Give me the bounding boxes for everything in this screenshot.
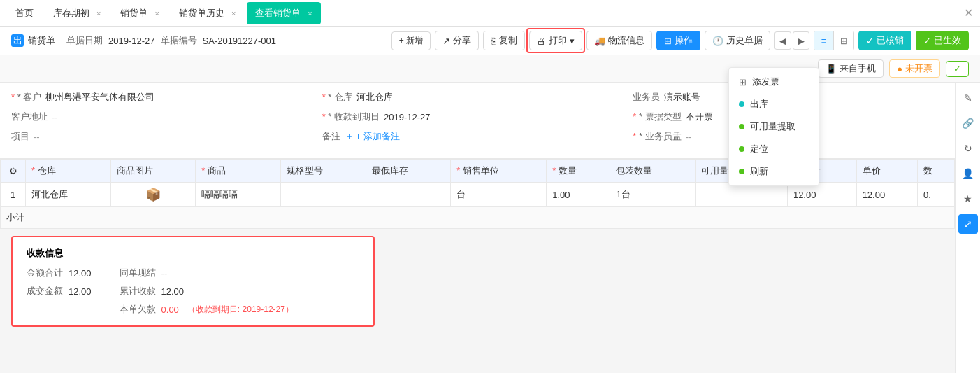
available-qty-label: 可用量提取 — [750, 120, 795, 133]
tab-sales[interactable]: 销货单 × — [112, 2, 167, 24]
action-bar2: 📱 来自手机 ● 未开票 ✓ — [0, 55, 980, 83]
number-value: SA-20191227-001 — [203, 36, 277, 46]
same-order-row: 同单现结 -- — [120, 267, 294, 279]
dropdown-add-invoice[interactable]: ⊞ 添发票 — [729, 71, 819, 93]
same-order-label: 同单现结 — [120, 267, 156, 279]
grid-icon: ⊞ — [664, 36, 672, 46]
from-phone-button[interactable]: 📱 来自手机 — [818, 59, 884, 78]
spec-column-header: 规格型号 — [280, 160, 366, 183]
cumulative-value: 12.00 — [161, 286, 185, 297]
row-warehouse: 河北仓库 — [26, 183, 111, 207]
history-button[interactable]: 🕐 历史单据 — [705, 31, 770, 50]
total-amount-row: 金额合计 12.00 — [27, 267, 92, 279]
total-amount-value: 12.00 — [69, 268, 92, 279]
row-product: 嗝嗝嗝嗝 — [196, 183, 281, 207]
share-button[interactable]: ↗ 分享 — [435, 31, 479, 50]
locate-dot-icon — [739, 146, 744, 152]
cancel-button[interactable]: ✓ 已核销 — [858, 31, 911, 50]
project-field: 项目 -- — [11, 130, 322, 143]
print-area: 🖨 打印 ▾ — [529, 31, 582, 50]
deal-amount-label: 成交金额 — [27, 285, 63, 297]
cumulative-row: 累计收款 12.00 — [120, 285, 294, 297]
image-column-header: 商品图片 — [110, 160, 196, 183]
unit-price-column-header: 单价 — [856, 160, 917, 183]
extra-column-header: 数 — [918, 160, 955, 183]
logistics-button[interactable]: 🚚 物流信息 — [586, 31, 652, 50]
warehouse-value: 河北仓库 — [356, 91, 393, 104]
effective-icon: ✓ — [923, 36, 931, 46]
tab-history[interactable]: 销货单历史 × — [171, 2, 244, 24]
tab-sales-close[interactable]: × — [154, 9, 159, 17]
print-icon: 🖨 — [537, 36, 546, 46]
operate-button[interactable]: ⊞ 操作 — [656, 31, 700, 50]
edit-sidebar-icon[interactable]: ✎ — [958, 88, 978, 108]
gear-icon[interactable]: ⚙ — [9, 166, 17, 176]
new-button[interactable]: + 新增 — [391, 31, 431, 50]
effective-button[interactable]: ✓ 已生效 — [916, 31, 969, 50]
next-button[interactable]: ▶ — [793, 31, 809, 50]
copy-button[interactable]: ⎘ 复制 — [483, 31, 525, 50]
date-value: 2019-12-27 — [108, 36, 155, 46]
dropdown-outbound[interactable]: 出库 — [729, 93, 819, 115]
nav-arrows: ◀ ▶ — [774, 31, 809, 50]
add-note-button[interactable]: ＋ + 添加备注 — [345, 130, 400, 143]
user-sidebar-icon[interactable]: 👤 — [958, 164, 978, 183]
ticket-icon: ● — [897, 64, 902, 74]
check-reconcile-button[interactable]: ✓ — [946, 61, 969, 77]
qty-column-header: * 数量 — [547, 160, 610, 183]
unit-column-header: * 销售单位 — [451, 160, 547, 183]
doc-header: 出 销货单 单据日期 2019-12-27 单据编号 SA-20191227-0… — [0, 27, 980, 55]
tab-inventory[interactable]: 库存期初 × — [45, 2, 109, 24]
tab-history-close[interactable]: × — [231, 9, 236, 17]
grid-dropdown-icon: ⊞ — [739, 77, 747, 87]
tab-view-sales[interactable]: 查看销货单 × — [247, 2, 320, 24]
expand-sidebar-icon[interactable]: ⤢ — [958, 214, 978, 234]
arrears-date: （收款到期日: 2019-12-27） — [187, 304, 294, 316]
not-open-button[interactable]: ● 未开票 — [889, 59, 940, 78]
product-column-header: * 商品 — [196, 160, 281, 183]
address-label: 客户地址 — [11, 111, 48, 123]
payment-col-right: 同单现结 -- 累计收款 12.00 本单欠款 0.00 （收款到期日: 201… — [120, 267, 294, 316]
tab-home[interactable]: 首页 — [7, 2, 42, 24]
dropdown-locate[interactable]: 定位 — [729, 138, 819, 160]
dropdown-refresh[interactable]: 刷新 — [729, 160, 819, 183]
payment-date-label: * 收款到期日 — [322, 111, 380, 123]
tab-sales-label: 销货单 — [120, 7, 147, 20]
row-qty: 1.00 — [547, 183, 610, 207]
payment-info: 收款信息 金额合计 12.00 成交金额 12.00 — [11, 236, 375, 327]
dropdown-available-qty[interactable]: 可用量提取 — [729, 115, 819, 138]
grid-view-button[interactable]: ⊞ — [834, 31, 853, 50]
doc-title-text: 销货单 — [28, 34, 55, 47]
address-value: -- — [52, 112, 58, 122]
row-unit-price: 12.00 — [856, 183, 917, 207]
share-icon: ↗ — [442, 36, 450, 46]
customer-field: * 客户 柳州粤港平安气体有限公司 — [11, 91, 322, 104]
history-icon: 🕐 — [712, 36, 723, 46]
add-invoice-label: 添发票 — [752, 76, 779, 88]
doc-title-icon: 出 — [11, 34, 24, 47]
doc-title: 出 销货单 — [11, 34, 55, 47]
link-sidebar-icon[interactable]: 🔗 — [958, 113, 978, 133]
required-star: * — [31, 165, 35, 176]
required-star3: * — [456, 165, 460, 176]
tab-view-sales-close[interactable]: × — [308, 9, 312, 17]
payment-date-field: * 收款到期日 2019-12-27 — [322, 111, 633, 123]
close-window-button[interactable]: ✕ — [964, 6, 973, 20]
star-sidebar-icon[interactable]: ★ — [958, 189, 978, 209]
row-num: 1 — [1, 183, 26, 207]
refresh-sidebar-icon[interactable]: ↻ — [958, 139, 978, 158]
tab-inventory-label: 库存期初 — [53, 7, 89, 20]
required-star2: * — [201, 165, 205, 176]
tab-inventory-close[interactable]: × — [96, 9, 101, 17]
outbound-dot-icon — [739, 101, 744, 107]
staff2-value: -- — [686, 132, 692, 142]
prev-button[interactable]: ◀ — [774, 31, 791, 50]
print-button[interactable]: 🖨 打印 ▾ — [529, 31, 582, 50]
dropdown-menu: ⊞ 添发票 出库 可用量提取 定位 刷新 — [728, 67, 819, 186]
tab-history-label: 销货单历史 — [179, 7, 224, 20]
check-icon: ✓ — [866, 36, 874, 46]
row-spec — [280, 183, 366, 207]
tab-view-sales-label: 查看销货单 — [255, 7, 301, 20]
list-view-button[interactable]: ≡ — [814, 31, 834, 50]
project-label: 项目 — [11, 130, 29, 143]
